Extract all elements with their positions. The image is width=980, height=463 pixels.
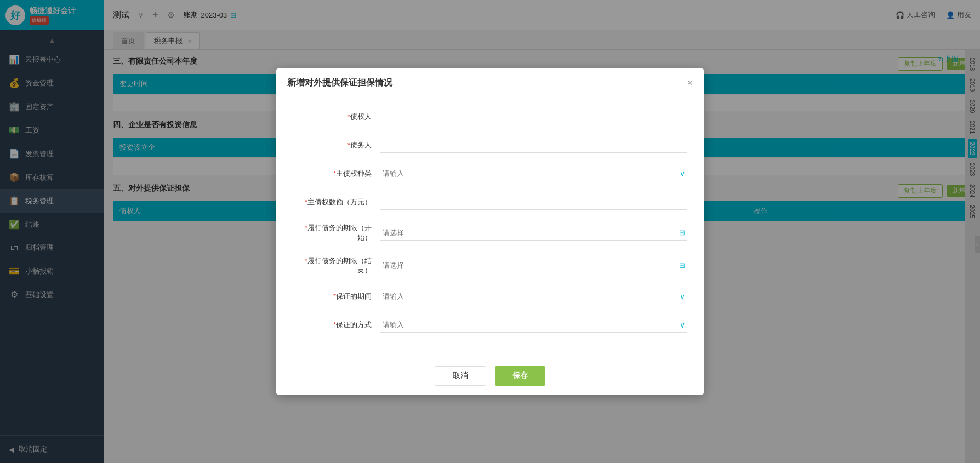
debtor-label: *债务人	[293, 140, 380, 150]
credit-type-label-text: 主债权种类	[336, 169, 372, 178]
field-credit-type: *主债权种类 ∨	[293, 166, 687, 181]
credit-amount-label-text: 主债权数额（万元）	[307, 198, 372, 206]
period-end-calendar-icon[interactable]: ⊞	[679, 261, 687, 270]
modal-title: 新增对外提供保证担保情况	[287, 77, 392, 89]
guarantee-period-label: *保证的期间	[293, 291, 380, 301]
guarantee-method-label: *保证的方式	[293, 320, 380, 330]
credit-type-chevron-icon[interactable]: ∨	[680, 169, 687, 178]
field-guarantee-period: *保证的期间 ∨	[293, 289, 687, 304]
period-end-label-text: 履行债务的期限（结束）	[307, 256, 372, 275]
credit-type-select-wrap: ∨	[380, 166, 687, 181]
debtor-label-text: 债务人	[350, 141, 372, 149]
guarantee-period-input[interactable]	[380, 289, 680, 304]
modal-close-button[interactable]: ×	[687, 77, 693, 89]
guarantee-method-select-wrap: ∨	[380, 317, 687, 333]
modal-header: 新增对外提供保证担保情况 ×	[276, 68, 704, 98]
field-credit-amount: *主债权数额（万元）	[293, 195, 687, 210]
field-period-end: *履行债务的期限（结束） ⊞	[293, 256, 687, 276]
modal-footer: 取消 保存	[276, 357, 704, 395]
period-start-calendar-icon[interactable]: ⊞	[679, 228, 687, 237]
guarantee-period-chevron-icon[interactable]: ∨	[680, 292, 687, 301]
period-end-date-wrap: ⊞	[380, 258, 687, 273]
field-period-start: *履行债务的期限（开始） ⊞	[293, 223, 687, 243]
debtor-input[interactable]	[380, 138, 687, 153]
guarantee-method-input[interactable]	[380, 317, 680, 332]
guarantee-period-select-wrap: ∨	[380, 289, 687, 304]
period-end-input[interactable]	[380, 258, 679, 273]
creditor-input[interactable]	[380, 109, 687, 124]
creditor-label-text: 债权人	[350, 112, 372, 121]
period-start-input[interactable]	[380, 225, 679, 240]
save-button[interactable]: 保存	[495, 366, 545, 386]
modal-overlay: 新增对外提供保证担保情况 × *债权人 *债务人 *主债权种类	[0, 0, 980, 463]
field-guarantee-method: *保证的方式 ∨	[293, 317, 687, 333]
period-end-label: *履行债务的期限（结束）	[293, 256, 380, 276]
field-debtor: *债务人	[293, 138, 687, 153]
field-creditor: *债权人	[293, 109, 687, 124]
modal-dialog: 新增对外提供保证担保情况 × *债权人 *债务人 *主债权种类	[276, 68, 704, 395]
credit-amount-label: *主债权数额（万元）	[293, 197, 380, 207]
period-start-label-text: 履行债务的期限（开始）	[307, 224, 372, 242]
guarantee-period-label-text: 保证的期间	[336, 292, 372, 300]
credit-type-label: *主债权种类	[293, 169, 380, 179]
cancel-button[interactable]: 取消	[435, 366, 486, 386]
guarantee-method-label-text: 保证的方式	[336, 321, 372, 329]
guarantee-method-chevron-icon[interactable]: ∨	[680, 321, 687, 329]
credit-type-input[interactable]	[380, 166, 680, 181]
period-start-date-wrap: ⊞	[380, 225, 687, 241]
modal-body: *债权人 *债务人 *主债权种类 ∨	[276, 98, 704, 357]
period-start-label: *履行债务的期限（开始）	[293, 223, 380, 243]
credit-amount-input[interactable]	[380, 195, 687, 210]
creditor-label: *债权人	[293, 112, 380, 122]
